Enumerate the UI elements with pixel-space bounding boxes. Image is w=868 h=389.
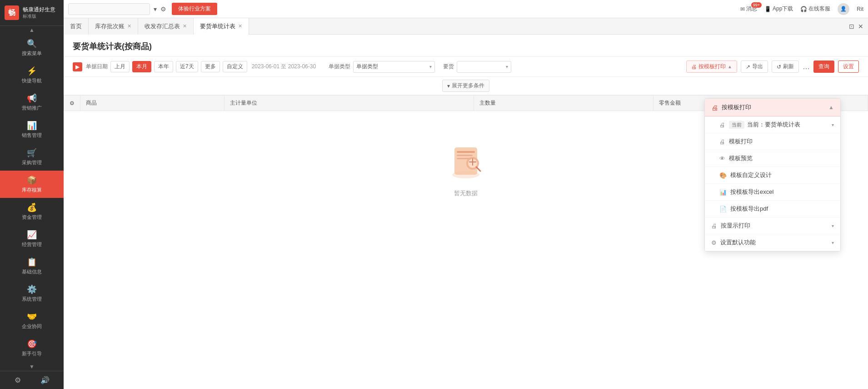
sidebar-scroll-down[interactable]: ▼	[0, 363, 64, 371]
tab-inventory-batch[interactable]: 库存批次账 ✕	[89, 18, 138, 35]
trial-button[interactable]: 体验行业方案	[172, 3, 217, 15]
date-more-btn[interactable]: 更多	[201, 61, 220, 72]
date-custom-btn[interactable]: 自定义	[223, 61, 247, 72]
print-dropdown-header[interactable]: 🖨 按模板打印 ▲	[705, 99, 840, 116]
online-service-button[interactable]: 🎧 在线客服	[800, 5, 830, 13]
page-title: 要货单统计表(按商品)	[73, 42, 152, 51]
inventory-icon: 📦	[27, 175, 37, 185]
template-preview-item[interactable]: 👁 模板预览	[705, 150, 840, 167]
sidebar-item-shortcut[interactable]: ⚡ 快捷导航	[0, 61, 64, 89]
guide-icon: 🎯	[27, 339, 37, 349]
date-7days-btn[interactable]: 近7天	[176, 61, 198, 72]
doc-type-select[interactable]: 单据类型 ▾	[353, 61, 435, 73]
sidebar-item-label: 销售管理	[22, 132, 42, 139]
sidebar-item-label: 快捷导航	[22, 77, 42, 84]
filter-expand-btn[interactable]: ▶	[73, 62, 82, 71]
settings-button[interactable]: 设置	[838, 61, 859, 73]
sidebar-item-system[interactable]: ⚙️ 系统管理	[0, 280, 64, 307]
req-type-filter-section: 要货 ▾	[443, 61, 511, 73]
sidebar-item-finance[interactable]: 💰 资金管理	[0, 198, 64, 225]
finance-icon: 💰	[27, 202, 37, 212]
tab-label: 首页	[70, 22, 82, 30]
col-settings-header[interactable]: ⚙	[64, 96, 80, 111]
export-excel-item[interactable]: 📊 按模板导出excel	[705, 184, 840, 201]
display-print-label: 按显示打印	[721, 222, 750, 230]
query-button[interactable]: 查询	[813, 61, 834, 73]
tab-close-icon[interactable]: ✕	[238, 23, 242, 29]
sidebar-item-basic[interactable]: 📋 基础信息	[0, 253, 64, 280]
export-pdf-item[interactable]: 📄 按模板导出pdf	[705, 201, 840, 217]
tab-close-icon[interactable]: ✕	[183, 23, 187, 29]
print-current-template[interactable]: 🖨 当前 当前：要货单统计表 ▾	[705, 116, 840, 133]
app-download-button[interactable]: 📱 App下载	[764, 5, 793, 13]
current-template-label: 当前：要货单统计表	[747, 121, 800, 129]
corp-icon: 🤝	[27, 312, 37, 322]
top-bar-search-input[interactable]	[68, 3, 150, 15]
empty-text: 暂无数据	[454, 189, 478, 197]
action-area: 🖨 按模板打印 ▲ ↗ 导出 ↺ 刷新 … 查询 设置	[686, 61, 859, 73]
sidebar-item-label: 企业协同	[22, 323, 42, 330]
sidebar-item-operation[interactable]: 📈 经营管理	[0, 225, 64, 253]
print-header-icon: 🖨	[711, 104, 718, 111]
print-header-collapse-icon[interactable]: ▲	[828, 104, 834, 111]
tab-maximize-icon[interactable]: ⊡	[849, 23, 854, 30]
basic-icon: 📋	[27, 257, 37, 267]
message-button[interactable]: ✉ 消息 99+	[740, 5, 757, 13]
user-name[interactable]: Rit	[857, 6, 863, 12]
sidebar-item-sales[interactable]: 📊 销售管理	[0, 116, 64, 143]
top-bar-gear-icon[interactable]: ⚙	[160, 5, 166, 13]
speaker-icon[interactable]: 🔊	[40, 376, 50, 384]
app-icon: 📱	[764, 6, 771, 12]
sidebar-item-marketing[interactable]: 📢 营销推广	[0, 89, 64, 116]
sidebar-item-purchase[interactable]: 🛒 采购管理	[0, 143, 64, 171]
template-print-item[interactable]: 🖨 模板打印	[705, 133, 840, 150]
doc-type-value: 单据类型	[356, 63, 378, 71]
req-type-select[interactable]: ▾	[457, 61, 511, 73]
tab-requisition-stats[interactable]: 要货单统计表 ✕	[194, 18, 249, 35]
main-area: ▾ ⚙ 体验行业方案 ✉ 消息 99+ 📱 App下载 🎧 在线客服 👤 Rit	[64, 0, 868, 389]
sidebar-footer: ⚙ 🔊	[0, 371, 64, 389]
date-cur-month-btn[interactable]: 本月	[132, 61, 151, 72]
sidebar-item-search[interactable]: 🔍 搜索菜单	[0, 34, 64, 61]
col-settings-icon[interactable]: ⚙	[70, 100, 75, 106]
doc-type-filter-section: 单据类型 单据类型 ▾	[329, 61, 435, 73]
sidebar-item-label: 资金管理	[22, 214, 42, 221]
user-avatar[interactable]: 👤	[838, 3, 849, 15]
date-cur-year-btn[interactable]: 本年	[154, 61, 173, 72]
print-dropdown-panel: 🖨 按模板打印 ▲ 🖨 当前 当前：要货单统计表 ▾ 🖨 模板打印 👁 模板预览	[704, 98, 841, 252]
print-expand-icon: ▲	[728, 64, 732, 69]
display-print-expand-icon: ▾	[832, 223, 834, 228]
sidebar-item-inventory[interactable]: 📦 库存核算	[0, 171, 64, 198]
sidebar-item-label: 库存核算	[22, 187, 42, 193]
search-icon: 🔍	[27, 39, 37, 49]
set-default-label: 设置默认功能	[720, 238, 756, 247]
top-bar-dropdown-arrow[interactable]: ▾	[154, 5, 157, 13]
top-bar-right: ✉ 消息 99+ 📱 App下载 🎧 在线客服 👤 Rit	[740, 3, 863, 15]
more-options-icon[interactable]: …	[803, 63, 810, 71]
expand-more-btn[interactable]: ▾ 展开更多条件	[442, 80, 489, 92]
set-default-group[interactable]: ⚙ 设置默认功能 ▾	[705, 234, 840, 251]
template-custom-item[interactable]: 🎨 模板自定义设计	[705, 167, 840, 184]
export-button[interactable]: ↗ 导出	[741, 61, 768, 73]
sidebar-nav: 🔍 搜索菜单 ⚡ 快捷导航 📢 营销推广 📊 销售管理 🛒 采购管理 📦 库存核…	[0, 34, 64, 363]
refresh-button[interactable]: ↺ 刷新	[772, 61, 799, 73]
tab-close-icon[interactable]: ✕	[127, 23, 131, 29]
tab-close-all-icon[interactable]: ✕	[858, 23, 863, 30]
tab-receivable-summary[interactable]: 收发存汇总表 ✕	[138, 18, 194, 35]
date-prev-month-btn[interactable]: 上月	[110, 61, 130, 72]
sidebar-item-label: 采购管理	[22, 159, 42, 166]
sidebar-item-guide[interactable]: 🎯 新手引导	[0, 334, 64, 362]
display-print-group[interactable]: 🖨 按显示打印 ▾	[705, 217, 840, 234]
print-label: 按模板打印	[698, 63, 726, 71]
svg-rect-2	[457, 151, 475, 153]
tab-home[interactable]: 首页	[64, 18, 89, 35]
sidebar-item-corp[interactable]: 🤝 企业协同	[0, 307, 64, 334]
export-icon: ↗	[746, 64, 750, 70]
req-type-arrow: ▾	[506, 64, 508, 69]
settings-icon[interactable]: ⚙	[15, 376, 21, 384]
expand-more-icon: ▾	[447, 83, 450, 89]
col-unit-header: 主计量单位	[224, 96, 474, 111]
sidebar-scroll-up[interactable]: ▲	[0, 26, 64, 34]
message-icon: ✉	[740, 6, 745, 12]
template-print-button[interactable]: 🖨 按模板打印 ▲	[686, 61, 737, 73]
